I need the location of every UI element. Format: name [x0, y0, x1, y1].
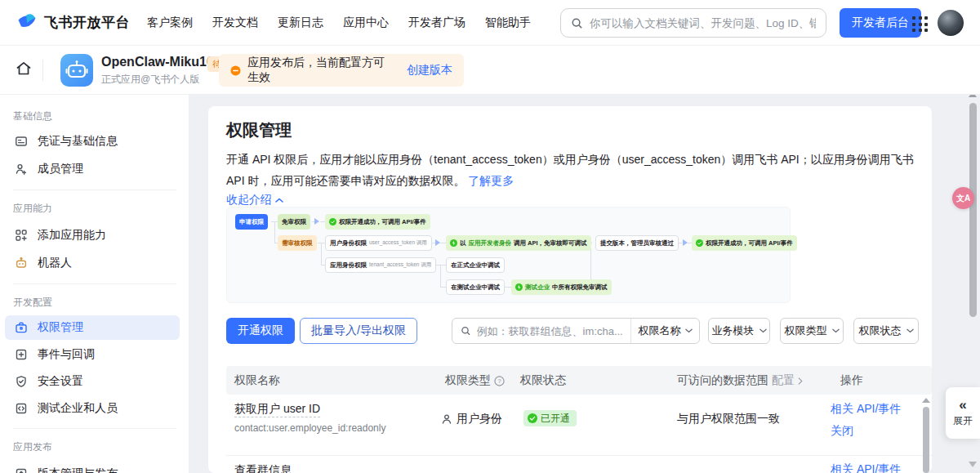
flow-node-success-2: 权限开通成功，可调用 API/事件: [692, 235, 797, 251]
flow-label: 调用 API，免审核即可调试: [514, 239, 587, 248]
flow-node-need-review: 需审核权限: [278, 235, 317, 251]
chevron-right-icon: [798, 377, 803, 385]
developer-console-button[interactable]: 开发者后台: [840, 8, 921, 38]
table-scrollbar-up-icon[interactable]: [922, 398, 930, 403]
flow-node-debug-formal: 在正式企业中调试: [446, 257, 505, 273]
nav-item-app-center[interactable]: 应用中心: [343, 16, 389, 30]
help-circle-icon[interactable]: ?: [494, 376, 505, 386]
check-circle-icon: [528, 413, 537, 423]
sidebar-item-version-release[interactable]: 版本管理与发布: [5, 462, 180, 473]
divider: [13, 428, 176, 429]
expand-label: 展开: [953, 414, 973, 428]
collapse-intro-link[interactable]: 收起介绍: [226, 193, 283, 207]
warning-icon: [230, 65, 241, 77]
filter-business-module[interactable]: 业务模块: [708, 318, 770, 344]
related-api-link[interactable]: 相关 API/事件: [831, 402, 901, 417]
learn-more-link[interactable]: 了解更多: [468, 174, 514, 187]
sidebar-item-add-capability[interactable]: 添加应用能力: [5, 223, 180, 248]
permission-scope: 与用户权限范围一致: [677, 412, 780, 426]
nav-item-customer-cases[interactable]: 客户案例: [147, 16, 193, 30]
flow-arrow-icon: [435, 239, 440, 246]
global-search-input[interactable]: [590, 17, 816, 29]
open-permission-button[interactable]: 开通权限: [226, 318, 295, 344]
close-permission-link[interactable]: 关闭: [831, 424, 853, 439]
flow-label: 权限开通成功，可调用 API/事件: [706, 239, 793, 248]
flow-label: 权限开通成功，可调用 API/事件: [339, 218, 426, 226]
collapse-intro-label: 收起介绍: [226, 193, 272, 207]
translate-floating-button[interactable]: 文A: [952, 187, 974, 209]
app-avatar[interactable]: [60, 54, 93, 87]
sidebar-item-members[interactable]: 成员管理: [5, 157, 180, 181]
chevron-down-icon: [760, 328, 767, 333]
apps-grid-icon[interactable]: [912, 16, 928, 32]
sidebar-item-credentials[interactable]: 凭证与基础信息: [5, 129, 180, 154]
expand-panel-tab[interactable]: « 展开: [946, 387, 980, 439]
sidebar-item-bot[interactable]: 机器人: [5, 251, 180, 275]
sidebar-item-test-company[interactable]: 测试企业和人员: [5, 396, 180, 421]
permission-search-input[interactable]: [477, 325, 622, 337]
chevron-up-icon: [275, 198, 283, 203]
user-avatar[interactable]: [938, 10, 964, 36]
sidebar-item-label: 成员管理: [38, 162, 83, 176]
nav-item-dev-docs[interactable]: 开发文档: [212, 16, 258, 30]
nav-item-ai-assistant[interactable]: 智能助手: [485, 16, 531, 30]
create-version-link[interactable]: 创建版本: [407, 63, 452, 78]
column-header-scope: 可访问的数据范围 配置: [677, 373, 803, 388]
column-header-status: 权限状态: [520, 373, 566, 388]
code-box-icon: [15, 402, 28, 415]
nav-item-changelog[interactable]: 更新日志: [278, 16, 323, 30]
page-title: 权限管理: [226, 119, 292, 141]
permission-name-text: 获取用户 user ID: [234, 402, 320, 417]
page-scrollbar-down-icon[interactable]: [969, 462, 977, 467]
flow-label: 用户身份权限: [330, 239, 367, 248]
status-label: 已开通: [541, 412, 570, 426]
sidebar-item-permissions[interactable]: 权限管理: [5, 315, 180, 340]
flow-connector: [440, 287, 446, 288]
filter-label: 权限状态: [859, 324, 902, 338]
fast-circle-icon: [515, 283, 523, 291]
app-subtitle: 正式应用@飞书个人版: [101, 73, 199, 87]
status-badge-open: 已开通: [523, 410, 577, 426]
flow-node-dev-identity-call: 以应用开发者身份调用 API，免审核即可调试: [446, 235, 591, 251]
top-navigation: 飞书开放平台 客户案例 开发文档 更新日志 应用中心 开发者广场 智能助手 开发…: [0, 0, 980, 46]
search-field-selector[interactable]: 权限名称: [630, 319, 699, 343]
sidebar-item-label: 版本管理与发布: [38, 466, 118, 473]
global-search[interactable]: [560, 8, 826, 38]
related-api-link[interactable]: 相关 API/事件: [831, 462, 901, 473]
sidebar-item-label: 测试企业和人员: [38, 401, 118, 416]
brand[interactable]: 飞书开放平台: [16, 11, 130, 33]
event-plus-icon: [15, 348, 28, 361]
permission-search[interactable]: [452, 319, 630, 343]
batch-import-export-button[interactable]: 批量导入/导出权限: [300, 318, 417, 344]
briefcase-lock-icon: [15, 321, 28, 334]
filter-permission-type[interactable]: 权限类型: [780, 318, 844, 344]
flow-label: 提交版本，管理员审核通过: [600, 239, 674, 248]
topnav-menu: 客户案例 开发文档 更新日志 应用中心 开发者广场 智能助手: [147, 0, 531, 46]
flow-connector: [321, 243, 322, 265]
sidebar-group-capabilities: 应用能力: [13, 202, 52, 216]
column-header-label: 可访问的数据范围: [677, 373, 768, 388]
flow-connector: [679, 243, 682, 243]
brand-name: 飞书开放平台: [44, 13, 130, 32]
configure-scope-link[interactable]: 配置: [772, 373, 795, 388]
page-scrollbar-thumb[interactable]: [969, 103, 977, 317]
filter-permission-status[interactable]: 权限状态: [853, 318, 919, 344]
home-icon[interactable]: [15, 60, 33, 81]
flow-connector: [440, 243, 446, 243]
shield-check-icon: [15, 375, 28, 388]
user-icon: [441, 413, 452, 425]
flow-node-no-review: 免审权限: [278, 214, 310, 230]
flow-label: 中所有权限免审调试: [552, 283, 608, 292]
sidebar-item-label: 机器人: [38, 256, 72, 270]
nav-item-developer-plaza[interactable]: 开发者广场: [408, 16, 466, 30]
app-window: 飞书开放平台 客户案例 开发文档 更新日志 应用中心 开发者广场 智能助手 开发…: [0, 0, 980, 473]
sidebar-item-label: 权限管理: [38, 320, 83, 335]
flow-node-test-free-review: 测试企业中所有权限免审调试: [511, 279, 612, 295]
check-circle-icon: [696, 239, 703, 247]
app-name: OpenClaw-Miku16: [101, 55, 214, 69]
id-card-icon: [15, 135, 28, 148]
sidebar-item-events-callbacks[interactable]: 事件与回调: [5, 342, 180, 367]
publish-notice-banner: 应用发布后，当前配置方可生效 创建版本: [219, 54, 464, 87]
sidebar-item-security-settings[interactable]: 安全设置: [5, 369, 180, 394]
table-scrollbar-thumb[interactable]: [923, 407, 929, 473]
